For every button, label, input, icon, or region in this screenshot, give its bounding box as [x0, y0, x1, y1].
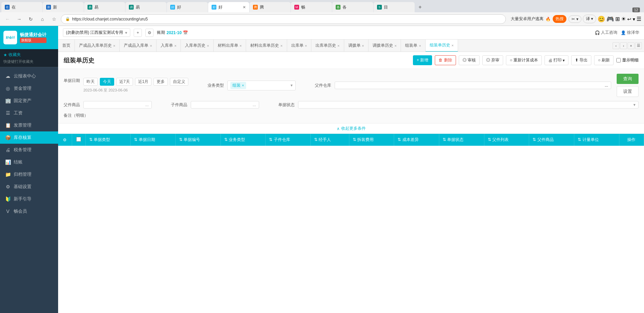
query-button[interactable]: 查询	[617, 74, 639, 84]
print-dropdown-arrow[interactable]: ▾	[563, 58, 565, 63]
add-button[interactable]: + 新增	[413, 55, 432, 65]
tab-inbound[interactable]: 入库单 ×	[157, 40, 181, 52]
sidebar-item-guide[interactable]: 🔰 新手引导	[0, 193, 58, 205]
add-company-button[interactable]: +	[134, 29, 142, 37]
calendar-icon[interactable]: 📅	[183, 30, 188, 35]
column-unit[interactable]: ⇅ 计量单位	[574, 134, 619, 146]
print-button[interactable]: 🖨 打印 ▾	[545, 55, 568, 65]
sidebar-item-settings[interactable]: ⚙ 基础设置	[0, 181, 58, 193]
tab-prod-inbound-close[interactable]: ×	[150, 44, 152, 48]
game-button[interactable]: 🎮	[606, 15, 614, 23]
column-disassembly-fee[interactable]: ⇅ 拆装费用	[349, 134, 394, 146]
company-settings-button[interactable]: ⚙	[145, 29, 153, 37]
parent-warehouse-dots[interactable]: ...	[605, 83, 608, 88]
tab-close-active[interactable]: ✕	[243, 5, 246, 10]
biz-type-input[interactable]: 组装 × ▾	[227, 81, 296, 90]
parent-goods-input[interactable]: ...	[83, 101, 152, 109]
browser-tab-3[interactable]: 易 易	[84, 2, 125, 12]
tab-inbound-close[interactable]: ×	[174, 44, 176, 48]
column-biz-type[interactable]: ⇅ 业务类型	[220, 134, 266, 146]
tab-assembly-history-close[interactable]: ×	[452, 43, 454, 47]
browser-tab-10[interactable]: S 目	[374, 2, 415, 12]
sidebar-item-fund[interactable]: ◎ 资金管理	[0, 82, 58, 95]
parent-goods-dots[interactable]: ...	[145, 102, 149, 107]
back-button[interactable]: ←	[3, 14, 12, 24]
scissors-button[interactable]: ✂ ▾	[568, 15, 581, 23]
tab-outbound-history-close[interactable]: ×	[337, 44, 339, 48]
menu-button[interactable]: ☰	[636, 16, 641, 22]
tab-material-outbound[interactable]: 材料出库单 ×	[214, 40, 246, 52]
hot-search-button[interactable]: 热搜	[553, 15, 566, 23]
date-opt-7days[interactable]: 近7天	[116, 78, 133, 86]
sidebar-item-payroll[interactable]: ☰ 工资	[0, 107, 58, 119]
brightness-button[interactable]: ☀	[621, 16, 626, 22]
tab-prod-inbound[interactable]: 产成品入库单 ×	[120, 40, 156, 52]
date-opt-yesterday[interactable]: 昨天	[83, 78, 98, 86]
tabs-menu-button[interactable]: ☰	[635, 42, 642, 49]
reload-button[interactable]: ↻	[26, 14, 36, 24]
tab-adjust-history-close[interactable]: ×	[394, 44, 397, 48]
service-button[interactable]: 🎧 人工咨询	[595, 30, 617, 35]
show-detail-checkbox[interactable]	[616, 58, 621, 62]
user-button[interactable]: 👤 徐泽华	[621, 30, 639, 35]
tab-material-outbound-close[interactable]: ×	[240, 44, 242, 48]
tab-assembly-history[interactable]: 组装单历史 ×	[426, 40, 458, 52]
browser-tab-4[interactable]: 易 易	[125, 2, 166, 12]
tabs-prev-button[interactable]: ‹	[613, 42, 619, 49]
tabs-next-button[interactable]: ›	[620, 42, 627, 49]
export-button[interactable]: ⬆ 导出	[571, 55, 591, 65]
new-tab-button[interactable]: +	[415, 2, 425, 12]
column-bill-status[interactable]: ⇅ 单据状态	[439, 134, 484, 146]
browser-tab-1[interactable]: 在 在	[1, 2, 42, 12]
sidebar-item-cloud-report[interactable]: ☁ 云报表中心	[0, 70, 58, 82]
sidebar-item-inventory[interactable]: 📦 库存核算	[0, 131, 58, 144]
select-all-checkbox[interactable]	[76, 137, 81, 142]
tab-outbound[interactable]: 出库单 ×	[287, 40, 311, 52]
bill-status-dropdown[interactable]: ▾	[298, 101, 639, 109]
bookmark-button[interactable]: ☆	[49, 14, 59, 24]
translate-button[interactable]: 译 ▾	[583, 15, 596, 23]
tab-prod-inbound-history[interactable]: 产成品入库单历史 ×	[75, 40, 120, 52]
address-bar[interactable]: 🔒 https://cloud.chanjet.com/accounting/u…	[61, 14, 506, 24]
date-opt-1month[interactable]: 近1月	[135, 78, 152, 86]
filter-settings-button[interactable]: 设置	[617, 86, 639, 97]
delete-button[interactable]: 🗑 删除	[435, 55, 456, 65]
date-opt-custom[interactable]: 自定义	[170, 78, 188, 86]
column-bill-date[interactable]: ⇅ 单据日期	[131, 134, 176, 146]
tabs-close-button[interactable]: ×	[628, 42, 634, 49]
biz-type-tag-close[interactable]: ×	[242, 83, 244, 87]
column-gear[interactable]: ⚙	[58, 134, 72, 146]
refresh-button[interactable]: ○ 刷新	[594, 55, 614, 65]
approve-button[interactable]: ◎ 审核	[459, 55, 480, 65]
tab-material-outbound-history[interactable]: 材料出库单历史 ×	[246, 40, 287, 52]
home-button[interactable]: ⌂	[38, 14, 47, 24]
tab-adjust-history[interactable]: 调拨单历史 ×	[368, 40, 401, 52]
tab-assembly-close[interactable]: ×	[419, 44, 421, 48]
column-child-warehouse[interactable]: ⇅ 子件仓库	[266, 134, 311, 146]
sidebar-item-tax[interactable]: 🖨 税务管理	[0, 144, 58, 156]
browser-tab-7[interactable]: 腾 腾	[250, 2, 291, 12]
column-parent-list[interactable]: ⇅ 父件列表	[484, 134, 529, 146]
browser-tab-8[interactable]: M 畅	[291, 2, 332, 12]
date-opt-more[interactable]: 更多	[153, 78, 168, 86]
browser-tab-2[interactable]: 新 新	[43, 2, 84, 12]
sidebar-item-member[interactable]: V 畅会员	[0, 205, 58, 217]
tab-prod-inbound-history-close[interactable]: ×	[113, 44, 115, 48]
sidebar-item-invoice[interactable]: 📋 发票管理	[0, 119, 58, 131]
tab-material-outbound-history-close[interactable]: ×	[280, 44, 282, 48]
company-selector[interactable]: (勿删勿禁用) 江西服宝测试专用 ▾	[63, 28, 130, 37]
forward-button[interactable]: →	[14, 14, 24, 24]
parent-warehouse-input[interactable]: ...	[335, 82, 611, 89]
tab-inbound-history[interactable]: 入库单历史 ×	[181, 40, 213, 52]
child-goods-dots[interactable]: ...	[253, 102, 256, 107]
favorites-title[interactable]: ★ 收藏夹	[3, 52, 55, 58]
tab-adjust-close[interactable]: ×	[362, 44, 364, 48]
date-opt-today[interactable]: 今天	[100, 78, 114, 86]
grid-button[interactable]: ⊞	[615, 16, 620, 22]
recalculate-button[interactable]: ○ 重新计算成本	[506, 55, 542, 65]
show-detail-label[interactable]: 显示明细	[616, 57, 639, 63]
emoji-button[interactable]: 😊	[598, 15, 605, 23]
browser-tab-9[interactable]: 各 各	[332, 2, 373, 12]
column-bill-type[interactable]: ⇅ 单据类型	[85, 134, 131, 146]
collapse-bar[interactable]: ∧ 收起更多条件	[58, 124, 644, 134]
